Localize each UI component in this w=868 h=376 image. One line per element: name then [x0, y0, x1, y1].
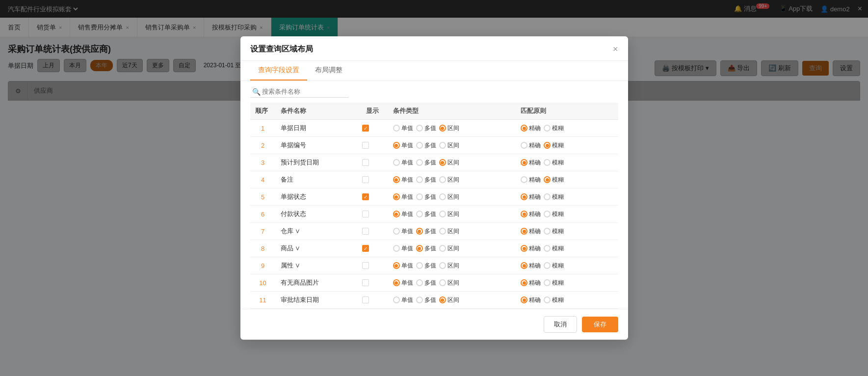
th-order: 顺序 [250, 103, 276, 107]
modal-search-area: 🔍 [240, 81, 628, 103]
th-display: 显示 [357, 103, 388, 107]
search-icon: 🔍 [252, 88, 261, 96]
modal-overlay: 设置查询区域布局 × 查询字段设置 布局调整 🔍 顺序 [0, 0, 868, 107]
modal-tab-fields[interactable]: 查询字段设置 [250, 61, 307, 81]
th-match: 匹配原则 [516, 103, 618, 107]
modal-search-input[interactable] [250, 86, 348, 98]
th-name: 条件名称 [276, 103, 358, 107]
th-type: 条件类型 [388, 103, 516, 107]
modal-search-wrapper: 🔍 [250, 86, 348, 98]
modal-close-button[interactable]: × [613, 44, 618, 54]
modal-title: 设置查询区域布局 [250, 44, 313, 54]
modal-dialog: 设置查询区域布局 × 查询字段设置 布局调整 🔍 顺序 [240, 36, 628, 107]
modal-table: 顺序 条件名称 显示 条件类型 匹配原则 1单据日期单值多值区间精确模糊2单据编… [240, 103, 628, 107]
modal-tab-layout[interactable]: 布局调整 [307, 61, 350, 81]
modal-header: 设置查询区域布局 × [240, 36, 628, 61]
modal-tabs: 查询字段设置 布局调整 [240, 61, 628, 81]
table-header-row: 顺序 条件名称 显示 条件类型 匹配原则 [250, 103, 618, 107]
